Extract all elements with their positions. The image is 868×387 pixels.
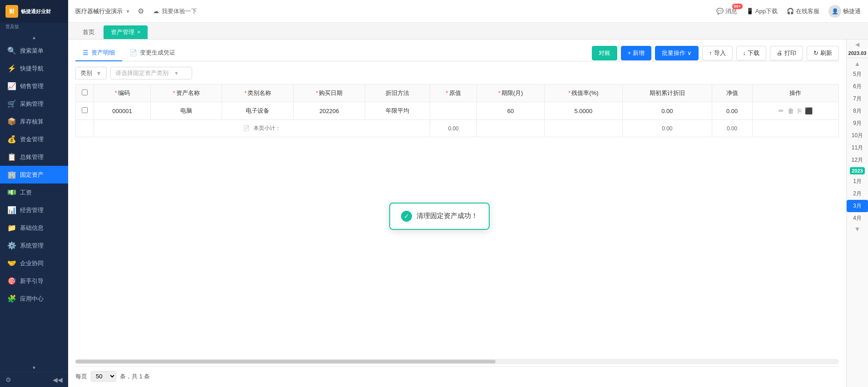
online-service-label: 在线客服 [796,7,819,15]
settings-icon[interactable]: ⚙ [5,376,11,383]
edit-icon[interactable]: ✏ [779,107,784,114]
nav-icon: 🏢 [7,170,16,179]
sidebar-item-新手引导[interactable]: 🎯新手引导 [0,272,68,290]
cal-month-10[interactable]: 10月 [847,129,868,142]
subtotal-empty [76,120,94,137]
calendar-up-arrow[interactable]: ▲ [854,59,861,68]
add-button[interactable]: + 新增 [621,46,651,60]
cell-initial-accumulated: 0.00 [623,102,712,120]
app-name: 畅捷通好业财 [21,8,51,15]
subtotal-residual [544,120,622,137]
sidebar-item-库存核算[interactable]: 📦库存核算 [0,113,68,130]
experience-button[interactable]: ☁ 我要体验一下 [153,7,197,15]
batch-button[interactable]: 批量操作 ∨ [655,46,699,60]
nav-icon: 🛒 [7,99,16,108]
sidebar-item-基础信息[interactable]: 📁基础信息 [0,219,68,237]
nav-icon: ⚙️ [7,241,16,250]
sidebar-item-销售管理[interactable]: 📈销售管理 [0,77,68,95]
gear-icon[interactable]: ⚙ [138,7,144,15]
subtotal-original: 0.00 [430,120,477,137]
cal-month-9[interactable]: 9月 [847,117,868,129]
subtotal-initial: 0.00 [623,120,712,137]
sidebar-item-企业协同[interactable]: 🤝企业协同 [0,254,68,272]
cell-name: 电脑 [150,102,222,120]
nav-icon: ⚡ [7,64,16,73]
tab-asset-management[interactable]: 资产管理 × [104,25,148,39]
download-icon: ↓ [743,50,746,56]
row-checkbox[interactable] [82,107,88,113]
col-actions: 操作 [752,84,838,102]
sidebar-item-固定资产[interactable]: 🏢固定资产 [0,166,68,184]
expand-icon[interactable]: ◀ [855,41,859,48]
list-icon: ☰ [83,49,89,56]
per-page-select[interactable]: 50 100 200 [91,371,116,382]
online-service-button[interactable]: 🎧 在线客服 [787,7,819,15]
refresh-label: 刷新 [820,49,832,57]
sidebar-item-应用中心[interactable]: 🧩应用中心 [0,290,68,308]
import-button[interactable]: ↑ 导入 [702,46,733,60]
refresh-button[interactable]: ↻ 刷新 [807,46,839,60]
cal-month-7[interactable]: 7月 [847,93,868,105]
nav-icon: 📋 [7,153,16,161]
subtotal-period [477,120,544,137]
cell-residual-rate: 5.0000 [544,102,622,120]
company-selector[interactable]: 医疗器械行业演示 ▼ [75,7,130,15]
cal-month-3-current[interactable]: 3月 [847,200,868,212]
cal-month-5[interactable]: 5月 [847,68,868,80]
cal-month-12[interactable]: 12月 [847,154,868,166]
table-row: 000001 电脑 电子设备 202206 年限平均 60 5.0000 0.0… [76,102,839,120]
sub-tab-asset-list[interactable]: ☰ 资产明细 [75,45,122,61]
sidebar-item-资金管理[interactable]: 💰资金管理 [0,130,68,148]
cal-month-11[interactable]: 11月 [847,142,868,154]
calendar-down-arrow[interactable]: ▼ [854,224,861,233]
nav-label: 经营管理 [20,206,44,214]
nav-label: 销售管理 [20,82,44,90]
sidebar-item-工资[interactable]: 💵工资 [0,184,68,201]
nav-label: 新手引导 [20,277,44,285]
user-profile[interactable]: 👤 畅捷通 [828,5,861,18]
more-icon[interactable]: ⬛ [805,107,813,114]
select-all-checkbox[interactable] [82,89,88,95]
cal-year-2023[interactable]: 2023 [850,167,864,174]
sidebar-scroll-down[interactable]: ▼ [0,363,68,372]
col-initial-accumulated: 期初累计折旧 [623,84,712,102]
cell-actions: ✏ 🗑 ⎘ ⬛ [752,102,838,120]
category-filter[interactable]: 类别 ▼ [75,67,107,79]
nav-label: 基础信息 [20,224,44,232]
copy-icon[interactable]: ⎘ [798,107,801,114]
sidebar-item-经营管理[interactable]: 📊经营管理 [0,201,68,219]
app-download-button[interactable]: 📱 App下载 [746,7,778,15]
row-checkbox-cell[interactable] [76,102,94,120]
nav-label: 工资 [20,189,32,197]
tab-home[interactable]: 首页 [75,25,102,39]
cal-month-1[interactable]: 1月 [847,175,868,188]
horizontal-scrollbar[interactable] [75,359,839,364]
cal-month-2[interactable]: 2月 [847,188,868,200]
sidebar-item-系统管理[interactable]: ⚙️系统管理 [0,237,68,254]
sidebar-scroll-up[interactable]: ▲ [0,33,68,42]
sub-tab-change-voucher[interactable]: 📄 变更生成凭证 [122,45,183,61]
sidebar-item-搜索菜单[interactable]: 🔍搜索菜单 [0,42,68,60]
subtotal-actions [752,120,838,137]
tab-close-icon[interactable]: × [137,29,140,35]
delete-icon[interactable]: 🗑 [788,107,794,114]
batch-label: 批量操作 [662,49,685,57]
select-all-cell[interactable] [76,84,94,102]
reconcile-button[interactable]: 对账 [592,46,617,60]
sidebar-item-采购管理[interactable]: 🛒采购管理 [0,95,68,113]
cal-month-4[interactable]: 4月 [847,212,868,224]
cal-month-8[interactable]: 8月 [847,105,868,117]
sidebar-item-总账管理[interactable]: 📋总账管理 [0,148,68,166]
cal-month-6[interactable]: 6月 [847,80,868,93]
category-select[interactable]: 请选择固定资产类别 ▼ [110,67,192,79]
download-button[interactable]: ↓ 下载 [736,46,767,60]
cell-original-value [430,102,477,120]
message-button[interactable]: 💬 消息 99+ [716,7,737,15]
collapse-icon[interactable]: ◀◀ [53,376,63,383]
nav-label: 资金管理 [20,135,44,144]
scrollbar-thumb[interactable] [75,360,496,363]
print-button[interactable]: 🖨 打印 [770,46,803,60]
cell-depreciation: 年限平均 [365,102,430,120]
nav-label: 快捷导航 [20,64,44,73]
sidebar-item-快捷导航[interactable]: ⚡快捷导航 [0,60,68,77]
